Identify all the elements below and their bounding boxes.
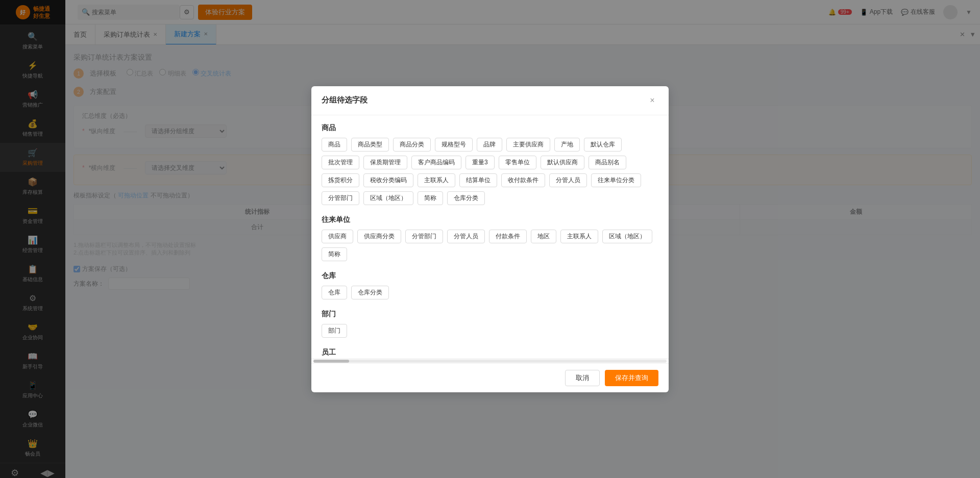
field-tag-product-20[interactable]: 分管人员 bbox=[549, 173, 587, 187]
field-tag-product-21[interactable]: 往来单位分类 bbox=[591, 173, 641, 187]
field-tag-product-0[interactable]: 商品 bbox=[322, 138, 347, 152]
section-title-department: 部门 bbox=[322, 310, 658, 319]
field-tag-product-9[interactable]: 保质期管理 bbox=[363, 156, 407, 169]
section-warehouse: 仓库仓库仓库分类 bbox=[322, 271, 658, 299]
field-tag-product-10[interactable]: 客户商品编码 bbox=[411, 156, 461, 169]
field-tag-product-14[interactable]: 商品别名 bbox=[589, 156, 626, 169]
modal-title: 分组待选字段 bbox=[322, 95, 368, 105]
hscroll-track bbox=[313, 360, 667, 363]
field-tag-product-8[interactable]: 批次管理 bbox=[322, 156, 359, 169]
modal-close-icon[interactable]: × bbox=[646, 94, 658, 107]
section-title-employee: 员工 bbox=[322, 348, 658, 357]
field-tag-product-15[interactable]: 拣货积分 bbox=[322, 173, 359, 187]
save-button[interactable]: 保存并查询 bbox=[605, 370, 658, 386]
field-tag-department-0[interactable]: 部门 bbox=[322, 324, 347, 338]
field-tag-product-24[interactable]: 简称 bbox=[418, 191, 443, 205]
field-tag-product-16[interactable]: 税收分类编码 bbox=[363, 173, 413, 187]
modal-header: 分组待选字段 × bbox=[311, 86, 669, 115]
section-title-partner: 往来单位 bbox=[322, 215, 658, 224]
field-tag-product-1[interactable]: 商品类型 bbox=[351, 138, 389, 152]
modal-dialog: 分组待选字段 × 商品商品商品类型商品分类规格型号品牌主要供应商产地默认仓库批次… bbox=[311, 86, 669, 392]
field-tag-product-6[interactable]: 产地 bbox=[554, 138, 580, 152]
field-tag-product-19[interactable]: 收付款条件 bbox=[501, 173, 545, 187]
modal-overlay: 分组待选字段 × 商品商品商品类型商品分类规格型号品牌主要供应商产地默认仓库批次… bbox=[0, 0, 980, 478]
field-tag-partner-2[interactable]: 分管部门 bbox=[405, 230, 443, 243]
field-tag-partner-8[interactable]: 简称 bbox=[322, 247, 347, 261]
field-tags-partner: 供应商供应商分类分管部门分管人员付款条件地区主联系人区域（地区）简称 bbox=[322, 230, 658, 261]
section-employee: 员工业务员 bbox=[322, 348, 658, 359]
field-tag-product-22[interactable]: 分管部门 bbox=[322, 191, 359, 205]
field-tag-partner-3[interactable]: 分管人员 bbox=[447, 230, 485, 243]
field-tag-warehouse-0[interactable]: 仓库 bbox=[322, 286, 347, 299]
field-tag-partner-4[interactable]: 付款条件 bbox=[489, 230, 527, 243]
section-title-product: 商品 bbox=[322, 123, 658, 133]
field-tag-product-7[interactable]: 默认仓库 bbox=[584, 138, 622, 152]
field-tag-partner-5[interactable]: 地区 bbox=[531, 230, 556, 243]
section-department: 部门部门 bbox=[322, 310, 658, 338]
field-tag-product-3[interactable]: 规格型号 bbox=[435, 138, 473, 152]
modal-body[interactable]: 商品商品商品类型商品分类规格型号品牌主要供应商产地默认仓库批次管理保质期管理客户… bbox=[311, 115, 669, 359]
field-tag-product-25[interactable]: 仓库分类 bbox=[447, 191, 485, 205]
field-tag-product-13[interactable]: 默认供应商 bbox=[541, 156, 584, 169]
field-tag-product-4[interactable]: 品牌 bbox=[477, 138, 502, 152]
field-tag-partner-1[interactable]: 供应商分类 bbox=[357, 230, 401, 243]
section-product: 商品商品商品类型商品分类规格型号品牌主要供应商产地默认仓库批次管理保质期管理客户… bbox=[322, 123, 658, 205]
field-tag-product-17[interactable]: 主联系人 bbox=[418, 173, 455, 187]
field-tags-warehouse: 仓库仓库分类 bbox=[322, 286, 658, 299]
field-tag-warehouse-1[interactable]: 仓库分类 bbox=[351, 286, 389, 299]
field-tag-product-5[interactable]: 主要供应商 bbox=[506, 138, 550, 152]
field-tag-product-23[interactable]: 区域（地区） bbox=[363, 191, 413, 205]
field-tag-product-2[interactable]: 商品分类 bbox=[393, 138, 431, 152]
hscroll-thumb bbox=[313, 360, 349, 363]
field-tag-partner-0[interactable]: 供应商 bbox=[322, 230, 353, 243]
field-tag-product-11[interactable]: 重量3 bbox=[465, 156, 495, 169]
field-tags-product: 商品商品类型商品分类规格型号品牌主要供应商产地默认仓库批次管理保质期管理客户商品… bbox=[322, 138, 658, 205]
section-title-warehouse: 仓库 bbox=[322, 271, 658, 281]
modal-hscroll[interactable] bbox=[311, 359, 669, 363]
field-tag-product-18[interactable]: 结算单位 bbox=[459, 173, 497, 187]
field-tag-partner-6[interactable]: 主联系人 bbox=[560, 230, 598, 243]
modal-footer: 取消 保存并查询 bbox=[311, 363, 669, 392]
section-partner: 往来单位供应商供应商分类分管部门分管人员付款条件地区主联系人区域（地区）简称 bbox=[322, 215, 658, 261]
field-tag-partner-7[interactable]: 区域（地区） bbox=[602, 230, 652, 243]
field-tags-department: 部门 bbox=[322, 324, 658, 338]
cancel-button[interactable]: 取消 bbox=[565, 370, 600, 386]
field-tag-product-12[interactable]: 零售单位 bbox=[499, 156, 536, 169]
